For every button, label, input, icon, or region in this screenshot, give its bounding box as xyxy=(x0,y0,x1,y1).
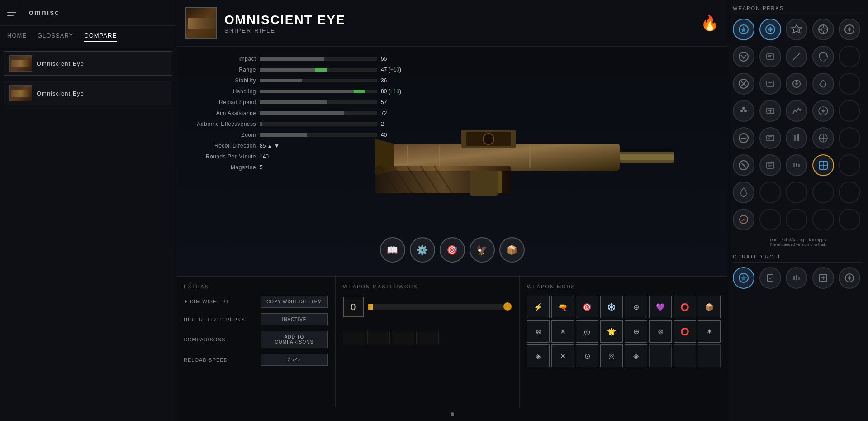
perk-icon-book[interactable]: 📖 xyxy=(380,237,405,263)
stat-value-10: 5 xyxy=(260,164,296,171)
nav-compare[interactable]: COMPARE xyxy=(84,32,117,42)
stat-value-2: 36 xyxy=(381,77,417,84)
perk-1-4[interactable] xyxy=(839,19,860,40)
perk-4-1[interactable] xyxy=(759,100,781,122)
perk-7-2 xyxy=(786,182,807,203)
perk-4-3[interactable] xyxy=(812,100,834,122)
perk-icon-box[interactable]: 📦 xyxy=(499,237,525,263)
nav-glossary[interactable]: GLOSSARY xyxy=(38,32,73,42)
copy-wishlist-button[interactable]: COPY WISHLIST ITEM xyxy=(261,296,328,308)
perk-icon-bird[interactable]: 🦅 xyxy=(470,237,495,263)
stat-bar-fill-2 xyxy=(260,79,302,82)
perk-2-2[interactable] xyxy=(786,46,807,67)
stat-row-0: Impact55 xyxy=(184,56,450,62)
perks-row-6 xyxy=(733,154,863,176)
reload-speed-value-button[interactable]: 2.74s xyxy=(261,354,328,366)
add-to-comparisons-button[interactable]: ADD TO COMPARISONS xyxy=(261,331,328,348)
perk-6-0[interactable] xyxy=(733,154,754,176)
mod-slot-1[interactable]: 🔫 xyxy=(551,296,574,318)
mod-slot-0[interactable]: ⚡ xyxy=(527,296,550,318)
perk-5-2[interactable] xyxy=(786,127,807,149)
mod-slot-11[interactable]: 🌟 xyxy=(600,320,623,343)
mw-bar[interactable] xyxy=(368,304,512,310)
weapon-mods-section: WEAPON MODS ⚡🔫🎯❄️⊕💜⭕📦⊗✕◎🌟⊕⊗⭕✶◈✕⊙◎◈ xyxy=(520,277,728,421)
mod-slot-20[interactable]: ◈ xyxy=(625,344,647,367)
sidebar: omnisc HOME GLOSSARY COMPARE Omniscient … xyxy=(0,0,176,421)
perk-8-0[interactable] xyxy=(733,209,754,230)
mod-slot-23[interactable] xyxy=(698,344,721,367)
svg-point-40 xyxy=(795,82,798,85)
perk-2-1[interactable] xyxy=(759,46,781,67)
mod-slot-16[interactable]: ◈ xyxy=(527,344,550,367)
bottom-panel: EXTRAS ✦ DIM WISHLIST COPY WISHLIST ITEM… xyxy=(176,276,728,421)
mod-slot-7[interactable]: 📦 xyxy=(698,296,721,318)
perk-4-2[interactable] xyxy=(786,100,807,122)
mod-slot-14[interactable]: ⭕ xyxy=(674,320,696,343)
mod-slot-6[interactable]: ⭕ xyxy=(674,296,696,318)
mod-slot-17[interactable]: ✕ xyxy=(551,344,574,367)
stat-label-8: Recoil Direction xyxy=(184,143,256,149)
perk-3-3[interactable] xyxy=(812,73,834,95)
perk-1-2[interactable] xyxy=(786,19,807,40)
curated-perk-1[interactable] xyxy=(759,267,781,289)
mod-slot-13[interactable]: ⊗ xyxy=(649,320,672,343)
mod-slot-10[interactable]: ◎ xyxy=(576,320,598,343)
perk-5-3[interactable] xyxy=(812,127,834,149)
perk-5-1[interactable] xyxy=(759,127,781,149)
mod-slot-3[interactable]: ❄️ xyxy=(600,296,623,318)
inactive-button[interactable]: INACTIVE xyxy=(261,313,328,325)
mod-slot-2[interactable]: 🎯 xyxy=(576,296,598,318)
bottom-info-bar xyxy=(176,407,728,421)
filter-icon[interactable] xyxy=(7,6,20,19)
weapon-name-1: Omniscient Eye xyxy=(37,60,84,67)
perk-icon-gear[interactable]: ⚙️ xyxy=(410,237,435,263)
mod-slot-8[interactable]: ⊗ xyxy=(527,320,550,343)
weapon-list-item-1[interactable]: Omniscient Eye xyxy=(4,51,172,76)
perk-6-2[interactable] xyxy=(786,154,807,176)
curated-perk-3[interactable] xyxy=(812,267,834,289)
perk-7-1 xyxy=(759,182,781,203)
mod-slot-19[interactable]: ◎ xyxy=(600,344,623,367)
mod-slot-12[interactable]: ⊕ xyxy=(625,320,647,343)
mod-slot-21[interactable] xyxy=(649,344,672,367)
perk-8-3 xyxy=(812,209,834,230)
perk-4-0[interactable] xyxy=(733,100,754,122)
perk-1-3[interactable] xyxy=(812,19,834,40)
nav-home[interactable]: HOME xyxy=(7,32,27,42)
perk-5-0[interactable] xyxy=(733,127,754,149)
masterwork-title: WEAPON MASTERWORK xyxy=(343,284,512,289)
perk-3-2[interactable] xyxy=(786,73,807,95)
stat-value-3: 80 (+10) xyxy=(381,88,417,95)
curated-perk-4[interactable] xyxy=(839,267,860,289)
mod-slot-5[interactable]: 💜 xyxy=(649,296,672,318)
stat-label-10: Magazine xyxy=(184,164,256,171)
stat-value-0: 55 xyxy=(381,56,417,62)
stat-row-3: Handling80 (+10) xyxy=(184,88,450,95)
svg-rect-66 xyxy=(796,163,797,167)
mod-slot-9[interactable]: ✕ xyxy=(551,320,574,343)
mod-slot-4[interactable]: ⊕ xyxy=(625,296,647,318)
perk-3-0[interactable] xyxy=(733,73,754,95)
stat-label-5: Aim Assistance xyxy=(184,110,256,116)
perk-7-0[interactable] xyxy=(733,182,754,203)
perk-2-0[interactable] xyxy=(733,46,754,67)
curated-perk-0[interactable] xyxy=(733,267,754,289)
mod-slot-22[interactable] xyxy=(674,344,696,367)
perks-row-8 xyxy=(733,209,863,230)
perk-3-1[interactable] xyxy=(759,73,781,95)
mod-slot-18[interactable]: ⊙ xyxy=(576,344,598,367)
perk-5-4 xyxy=(839,127,860,149)
perk-1-1[interactable] xyxy=(759,19,781,40)
extras-title: EXTRAS xyxy=(184,284,328,289)
mw-bar-thumb xyxy=(503,302,512,311)
perk-6-3[interactable] xyxy=(812,154,834,176)
curated-perk-2[interactable] xyxy=(786,267,807,289)
stat-value-1: 47 (+10) xyxy=(381,67,417,73)
perk-2-3[interactable] xyxy=(812,46,834,67)
weapon-list-item-2[interactable]: Omniscient Eye xyxy=(4,81,172,105)
mod-slot-15[interactable]: ✶ xyxy=(698,320,721,343)
perk-icon-target[interactable]: 🎯 xyxy=(440,237,465,263)
perk-6-1[interactable] xyxy=(759,154,781,176)
stat-bar-4 xyxy=(260,100,377,104)
perk-intrinsic[interactable] xyxy=(733,19,754,40)
